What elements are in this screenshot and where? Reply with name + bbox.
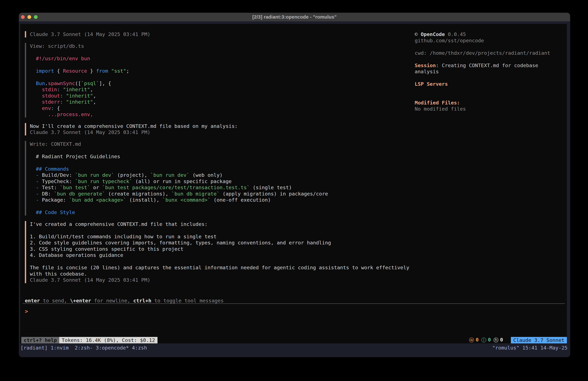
terminal-line: - Package: `bun add <package>` (install)… (30, 197, 412, 203)
window-title: [2/3] radiant:3:opencode - "romulus" (19, 14, 570, 20)
terminal-line: Modified Files: (415, 100, 566, 106)
terminal-line: - Test: `bun test` or `bun test packages… (30, 184, 412, 191)
terminal-line (30, 74, 412, 80)
diagnostic-warning: ⓦ0 (469, 337, 479, 344)
terminal-line: stdout: "inherit", (30, 93, 412, 99)
message-input[interactable]: > (25, 308, 28, 315)
terminal-line: 2. Code style guidelines covering import… (30, 240, 412, 246)
terminal-line: Claude 3.7 Sonnet (14 May 2025 03:41 PM) (30, 31, 412, 37)
terminal-line: I've created a comprehensive CONTEXT.md … (30, 221, 412, 227)
terminal-line: cwd: /home/thdxr/dev/projects/radiant/ra… (415, 50, 566, 56)
status-right: ⓦ0ⓘ0ⓗ0 Claude 3.7 Sonnet (469, 337, 567, 343)
opencode-tui: Claude 3.7 Sonnet (14 May 2025 03:41 PM)… (20, 24, 567, 343)
warning-count: 0 (476, 337, 479, 344)
terminal-line: Now I'll create a comprehensive CONTEXT.… (30, 123, 412, 129)
terminal-line: View: script/db.ts (30, 43, 412, 49)
keybind-help: enter to send, \+enter for newline, ctrl… (25, 297, 224, 304)
model-badge[interactable]: Claude 3.7 Sonnet (511, 337, 567, 343)
terminal-line (30, 227, 412, 233)
hint-icon: ⓗ (493, 337, 499, 344)
terminal-line: with this codebase. (30, 271, 412, 277)
diagnostic-hint: ⓗ0 (493, 337, 503, 344)
terminal-window: [2/3] radiant:3:opencode - "romulus" Cla… (19, 13, 570, 357)
terminal-line: LSP Servers (415, 81, 566, 87)
terminal-line: stderr: "inherit", (30, 99, 412, 105)
terminal-line (30, 159, 412, 166)
status-bar: ctrl+? help Tokens: 16.4K (8%), Cost: $0… (20, 337, 567, 343)
terminal-line: ## Commands (30, 166, 412, 172)
terminal-background: Claude 3.7 Sonnet (14 May 2025 03:41 PM)… (19, 21, 570, 357)
message-block: Now I'll create a comprehensive CONTEXT.… (25, 123, 412, 135)
message-block: View: script/db.ts #!/usr/bin/env bun im… (25, 43, 412, 117)
terminal-line (30, 49, 412, 55)
tokens-cost-chip: Tokens: 16.4K (8%), Cost: $0.12 (59, 337, 157, 343)
help-shortcut-chip[interactable]: ctrl+? help (21, 337, 59, 343)
message-block: I've created a comprehensive CONTEXT.md … (25, 221, 412, 283)
terminal-line: ## Code Style (30, 209, 412, 216)
terminal-line: env: { (30, 105, 412, 112)
lsp-diagnostics: ⓦ0ⓘ0ⓗ0 (469, 337, 503, 343)
maximize-button[interactable] (34, 15, 38, 19)
session-sidebar: © OpenCode 0.0.45github.com/sst/opencode… (415, 31, 566, 112)
terminal-line (30, 147, 412, 153)
terminal-line: 1. Build/lint/test commands including ho… (30, 233, 412, 240)
terminal-line (30, 258, 412, 265)
titlebar[interactable]: [2/3] radiant:3:opencode - "romulus" (19, 13, 570, 21)
info-count: 0 (488, 337, 491, 344)
terminal-line: 4. Database operations guidance (30, 252, 412, 258)
terminal-line: stdin: "inherit", (30, 86, 412, 93)
terminal-line: 3. CSS styling conventions specific to t… (30, 246, 412, 252)
tmux-window-list[interactable]: [radiant] 1:nvim 2:zsh- 3:opencode* 4:zs… (21, 344, 147, 351)
terminal-line: Session: Creating CONTEXT.md for codebas… (415, 62, 566, 69)
chat-transcript: Claude 3.7 Sonnet (14 May 2025 03:41 PM)… (25, 31, 412, 289)
terminal-line: No modified files (415, 106, 566, 112)
terminal-line: ...process.env, (30, 111, 412, 117)
terminal-line (30, 62, 412, 68)
terminal-line: © OpenCode 0.0.45 (415, 31, 566, 37)
status-chips: ctrl+? help Tokens: 16.4K (8%), Cost: $0… (20, 337, 157, 343)
terminal-line: github.com/sst/opencode (415, 37, 566, 44)
terminal-line: #!/usr/bin/env bun (30, 55, 412, 62)
tmux-statusline: [radiant] 1:nvim 2:zsh- 3:opencode* 4:zs… (21, 344, 567, 351)
minimize-button[interactable] (27, 15, 31, 19)
message-block: Claude 3.7 Sonnet (14 May 2025 03:41 PM) (25, 31, 412, 37)
prompt-icon: > (25, 308, 28, 314)
terminal-line: The file is concise (20 lines) and captu… (30, 265, 412, 271)
input-divider (22, 303, 565, 304)
terminal-line: Write: CONTEXT.md (30, 141, 412, 147)
terminal-line: Claude 3.7 Sonnet (14 May 2025 03:41 PM) (30, 277, 412, 283)
terminal-line (415, 56, 566, 62)
terminal-line: - Build/Dev: `bun run dev` (project), `b… (30, 172, 412, 178)
terminal-line (415, 93, 566, 100)
terminal-line: - DB: `bun db generate` (create migratio… (30, 191, 412, 197)
hint-count: 0 (500, 337, 503, 344)
message-block: Write: CONTEXT.md # Radiant Project Guid… (25, 141, 412, 216)
terminal-line (30, 203, 412, 209)
terminal-line: # Radiant Project Guidelines (30, 153, 412, 160)
diagnostic-info: ⓘ0 (481, 337, 491, 344)
terminal-line (415, 44, 566, 50)
terminal-line (415, 87, 566, 93)
terminal-line (415, 75, 566, 81)
terminal-line: - TypeCheck: `bun run typecheck` (all) o… (30, 178, 412, 184)
terminal-line: Claude 3.7 Sonnet (14 May 2025 03:41 PM) (30, 129, 412, 135)
terminal-line: import { Resource } from "sst"; (30, 68, 412, 74)
close-button[interactable] (21, 15, 25, 19)
terminal-line: Bun.spawnSync([`psql`], { (30, 80, 412, 87)
terminal-line: analysis (415, 68, 566, 75)
warning-icon: ⓦ (469, 337, 474, 344)
traffic-lights (21, 13, 38, 21)
tmux-session-clock: "romulus" 15:41 14-May-25 (492, 344, 567, 351)
info-icon: ⓘ (481, 337, 486, 344)
